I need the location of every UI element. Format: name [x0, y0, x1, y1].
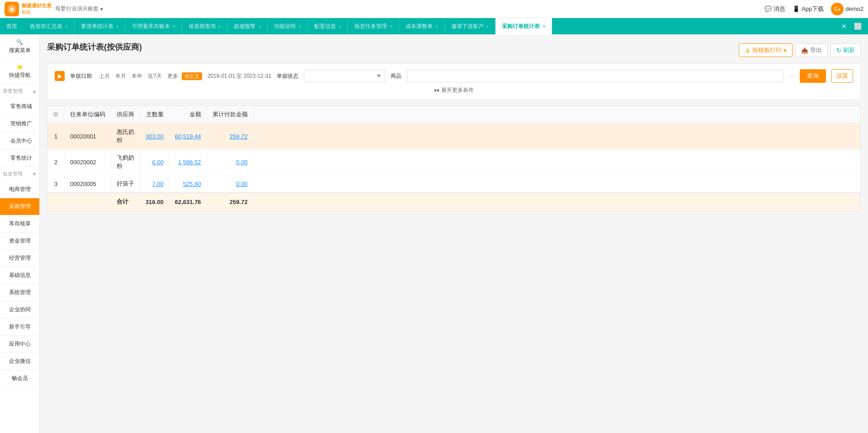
close-icon[interactable]: ×: [298, 24, 301, 29]
logo-text: 畅捷通好生意 标版: [22, 2, 52, 15]
sidebar-item-operations[interactable]: 经营管理: [0, 250, 39, 267]
sidebar-item-retail-stats[interactable]: 零售统计: [0, 150, 39, 167]
nav-tabs: 首页 收发存汇总表 × 要货单统计表 × 可用量库存账本 × 保质期查询 × 超…: [0, 18, 868, 34]
username: demo2: [845, 5, 863, 12]
row-qty[interactable]: 7.00: [140, 175, 170, 193]
tab-shoufacun[interactable]: 收发存汇总表 ×: [24, 18, 75, 34]
footer-gear-cell: [47, 193, 65, 211]
table-row[interactable]: 2 00020002 飞鹤奶粉 6.00 1,586.52 0.00: [47, 149, 860, 175]
shortcut-this-year[interactable]: 本年: [130, 71, 144, 81]
row-paid[interactable]: 259.72: [207, 124, 253, 149]
sidebar-item-guide[interactable]: 新手引导: [0, 319, 39, 336]
tab-gongneng[interactable]: 功能说明 ×: [268, 18, 308, 34]
sidebar-item-quicknav[interactable]: ⭐ 快捷导航: [0, 59, 39, 84]
close-icon[interactable]: ×: [339, 24, 341, 29]
sidebar-item-search[interactable]: 🔍 搜索菜单: [0, 34, 39, 59]
sidebar-item-retail[interactable]: 零售管理 ▲: [0, 84, 39, 98]
row-paid[interactable]: 0.00: [207, 149, 253, 175]
refresh-button[interactable]: ↻ 刷新: [830, 43, 861, 57]
tab-label: 功能说明: [274, 23, 296, 30]
th-amount: 金额: [169, 106, 207, 124]
tab-jianhuo[interactable]: 拣货任务管理 ×: [348, 18, 399, 34]
sidebar-item-shop[interactable]: 零售商城: [0, 98, 39, 115]
gear-icon[interactable]: ⚙: [53, 111, 59, 118]
settings-button[interactable]: 设置: [831, 69, 853, 83]
shortcut-last-month[interactable]: 上月: [97, 71, 112, 81]
sidebar-item-basic[interactable]: 基础信息: [0, 267, 39, 284]
row-supplier: 惠氏奶粉: [111, 124, 140, 149]
footer-label-cell: [65, 193, 111, 211]
row-amount[interactable]: 525.80: [169, 175, 207, 193]
close-icon[interactable]: ×: [116, 24, 119, 29]
sidebar-item-system[interactable]: 系统管理: [0, 284, 39, 301]
sidebar-item-marketing[interactable]: 营销推广: [0, 115, 39, 133]
filter-toggle-button[interactable]: ▶: [55, 71, 65, 81]
goods-filter-label: 商品: [391, 72, 401, 80]
tab-home[interactable]: 首页: [0, 18, 24, 34]
user-area[interactable]: Ea demo2: [831, 3, 863, 15]
table-row[interactable]: 3 00020005 好孩子 7.00 525.80 0.00: [47, 175, 860, 193]
close-icon[interactable]: ×: [173, 24, 175, 29]
sidebar-item-wechat[interactable]: 企业微信: [0, 353, 39, 370]
status-select[interactable]: [304, 70, 385, 82]
sidebar-item-collab[interactable]: 企业协同: [0, 301, 39, 319]
sidebar-item-finance[interactable]: 资金管理: [0, 233, 39, 250]
sidebar-item-inventory[interactable]: 库存核算: [0, 215, 39, 233]
close-icon[interactable]: ×: [390, 24, 392, 29]
tab-yaohuo[interactable]: 要货单统计表 ×: [75, 18, 126, 34]
tab-label: 邀请下游客户: [451, 23, 484, 30]
sidebar-item-label: 零售管理: [3, 88, 23, 95]
table-row[interactable]: 1 00020001 惠氏奶粉 303.00 60,519.44 259.72: [47, 124, 860, 149]
goods-input[interactable]: [407, 70, 783, 82]
nav-maximize-btn[interactable]: ⬜: [851, 21, 864, 32]
sidebar-item-label: 电商管理: [9, 186, 31, 193]
row-qty[interactable]: 303.00: [140, 124, 170, 149]
message-label: 消息: [774, 5, 785, 13]
tab-chaochuyujing[interactable]: 超储预警 ×: [227, 18, 268, 34]
close-icon[interactable]: ×: [486, 24, 489, 29]
sidebar-item-label: 新手引导: [9, 323, 31, 331]
goods-input-more[interactable]: ···: [789, 72, 794, 80]
sidebar-item-member[interactable]: 畅会员: [0, 370, 39, 387]
tab-peizhi[interactable]: 配置信息 ×: [308, 18, 348, 34]
custom-date-badge[interactable]: 自定义: [182, 72, 202, 80]
tab-chengben[interactable]: 成本调整单 ×: [399, 18, 445, 34]
filter-expand: ▾▾ 展开更多条件: [55, 86, 853, 94]
row-qty[interactable]: 6.00: [140, 149, 170, 175]
tab-caigou-active[interactable]: 采购订单统计表 ×: [495, 18, 552, 34]
row-amount[interactable]: 60,519.44: [169, 124, 207, 149]
export-button[interactable]: 📤 导出: [795, 43, 828, 57]
shortcut-this-month[interactable]: 本月: [113, 71, 128, 81]
tab-label: 拣货任务管理: [354, 23, 387, 30]
sidebar-item-appstore[interactable]: 应用中心: [0, 336, 39, 353]
tab-yaoqing[interactable]: 邀请下游客户 ×: [445, 18, 496, 34]
query-button[interactable]: 查询: [800, 69, 826, 83]
app-download-action[interactable]: 📱 App下载: [793, 5, 824, 13]
sidebar-item-label: 基础信息: [9, 271, 31, 279]
close-icon[interactable]: ×: [218, 24, 221, 29]
nav-close-btn[interactable]: ✕: [839, 21, 849, 32]
row-amount[interactable]: 1,586.52: [169, 149, 207, 175]
sidebar-item-wholesale[interactable]: 批发管理 ▼: [0, 167, 39, 181]
sidebar-item-label: 畅会员: [12, 375, 28, 382]
close-icon[interactable]: ×: [435, 24, 438, 29]
breadcrumb: 母婴行业演示账套 ▾: [55, 5, 103, 13]
expand-button[interactable]: ▾▾ 展开更多条件: [434, 86, 474, 94]
th-paid: 累计付款金额: [207, 106, 253, 124]
shortcut-more[interactable]: 更多: [165, 71, 180, 81]
th-supplier: 供应商: [111, 106, 140, 124]
close-icon[interactable]: ×: [542, 24, 545, 29]
message-action[interactable]: 💬 消息: [764, 5, 785, 13]
close-icon[interactable]: ×: [258, 24, 261, 29]
sidebar-item-members[interactable]: 会员中心: [0, 133, 39, 150]
sidebar-item-label: 应用中心: [9, 340, 31, 348]
tab-kuyong[interactable]: 可用量库存账本 ×: [126, 18, 182, 34]
shortcut-7days[interactable]: 近7天: [146, 71, 164, 81]
print-button[interactable]: 🖨 按模板打印 ▾: [739, 43, 793, 57]
tab-baozhi[interactable]: 保质期查询 ×: [182, 18, 228, 34]
row-paid[interactable]: 0.00: [207, 175, 253, 193]
close-icon[interactable]: ×: [65, 24, 68, 29]
sidebar-item-purchase[interactable]: 采购管理: [0, 198, 39, 215]
tab-label: 成本调整单: [406, 23, 433, 30]
sidebar-item-ecommerce[interactable]: 电商管理: [0, 181, 39, 198]
